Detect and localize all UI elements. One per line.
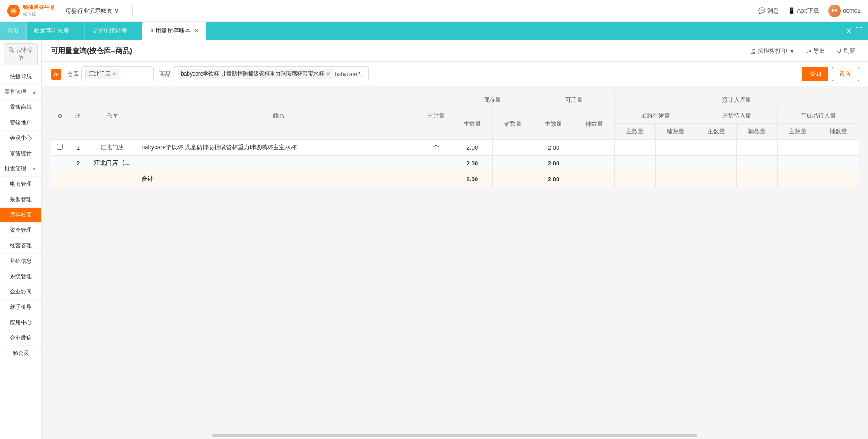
- system-label: 系统管理: [10, 273, 32, 280]
- horizontal-scrollbar-area: [42, 432, 868, 439]
- retail-mgmt-label: 零售管理: [5, 88, 26, 96]
- sidebar-item-wholesale[interactable]: 批发管理 ▼: [0, 161, 41, 177]
- produce-main-label: 主数量: [789, 128, 807, 135]
- industry-selector[interactable]: 母婴行业演示账套 ∨: [61, 5, 133, 17]
- logo-text-area: 畅捷通好生意 标准版: [23, 4, 55, 18]
- user-area[interactable]: Ea demo2: [828, 5, 861, 17]
- produce-group-header: 产成品待入量: [778, 108, 859, 124]
- tab-home-label: 首页: [7, 27, 19, 35]
- purchase-aux-label: 辅数量: [667, 128, 684, 135]
- purchase-aux-header: 辅数量: [656, 124, 696, 140]
- total-produce-aux: [818, 171, 859, 187]
- fullscreen-button[interactable]: ⛶: [855, 27, 863, 35]
- refresh-button[interactable]: ↺ 刷新: [833, 45, 859, 57]
- warehouse-more-btn[interactable]: ...: [121, 71, 126, 77]
- logo-area: 畅捷通好生意 标准版: [7, 4, 55, 18]
- sidebar-item-new-guide[interactable]: 新手引导: [0, 300, 41, 315]
- tab-receive-summary-close[interactable]: ✕: [73, 28, 77, 34]
- tab-home[interactable]: 首页: [0, 22, 27, 40]
- marketing-label: 营销推广: [10, 119, 32, 127]
- sidebar-item-vip[interactable]: 畅会员: [0, 346, 41, 361]
- horizontal-scrollbar-thumb[interactable]: [212, 434, 698, 437]
- vip-label: 畅会员: [13, 349, 29, 357]
- product-tag-1-close[interactable]: ✕: [326, 71, 330, 77]
- sidebar-item-system[interactable]: 系统管理: [0, 269, 41, 284]
- warehouse-tag-close[interactable]: ✕: [112, 71, 116, 77]
- filter-expand-button[interactable]: ≫: [51, 69, 61, 80]
- sidebar-item-retail-mall[interactable]: 零售商城: [0, 100, 41, 115]
- export-icon: ↗: [807, 48, 811, 55]
- export-button[interactable]: ↗ 导出: [803, 45, 829, 57]
- settings-button[interactable]: 设置: [832, 67, 859, 81]
- enterprise-label: 企业协同: [10, 288, 32, 296]
- row2-seq: 2: [69, 156, 87, 171]
- available-main-label: 主数量: [545, 120, 562, 127]
- retail-stats-label: 零售统计: [10, 150, 32, 157]
- current-stock-label: 现存量: [484, 96, 501, 103]
- row2-purchase-aux: [656, 156, 696, 171]
- tab-available-stock[interactable]: 可用量库存账本 ✕: [142, 22, 206, 40]
- tab-receive-summary[interactable]: 收发存汇总表 ✕: [27, 22, 85, 40]
- wholesale-label: 批发管理: [5, 165, 26, 173]
- filter-actions: 查询 设置: [802, 67, 859, 81]
- current-main-header: 主数量: [452, 108, 493, 140]
- refresh-label: 刷新: [844, 47, 855, 55]
- app-download-button[interactable]: 📱 App下载: [788, 7, 819, 15]
- total-incoming-main: [696, 171, 737, 187]
- row1-produce-aux: [818, 140, 859, 156]
- wholesale-chevron: ▼: [32, 166, 37, 171]
- app-name: 畅捷通好生意: [23, 4, 55, 11]
- sidebar-item-app-center[interactable]: 应用中心: [0, 315, 41, 330]
- template-print-button[interactable]: 🖨 按模板打印 ▼: [746, 45, 798, 57]
- warehouse-filter-input[interactable]: 江北门店 ✕ ...: [81, 66, 154, 81]
- app-center-label: 应用中心: [10, 319, 32, 326]
- sidebar-item-basic-info[interactable]: 基础信息: [0, 254, 41, 269]
- row2-current-aux: [493, 156, 533, 171]
- tab-available-stock-close[interactable]: ✕: [194, 28, 198, 34]
- sidebar-item-members[interactable]: 会员中心: [0, 131, 41, 146]
- retail-mgmt-chevron: ▲: [32, 90, 37, 94]
- sidebar-item-purchase[interactable]: 采购管理: [0, 192, 41, 208]
- sidebar-item-enterprise[interactable]: 企业协同: [0, 284, 41, 300]
- tab-receive-summary-label: 收发存汇总表: [34, 27, 69, 35]
- row2-purchase-main: [615, 156, 656, 171]
- sidebar-item-enterprise-wechat[interactable]: 企业微信: [0, 330, 41, 346]
- sidebar-item-marketing[interactable]: 营销推广: [0, 115, 41, 131]
- product-filter-input[interactable]: babycare学饮杯 儿童防摔防撞吸管杯重力球吸嘴杯宝宝水杯 ✕ babyca…: [174, 66, 369, 81]
- sidebar-item-ecommerce[interactable]: 电商管理: [0, 177, 41, 192]
- warehouse-label: 仓库: [106, 112, 118, 119]
- row2-checkbox[interactable]: [51, 156, 69, 171]
- available-aux-label: 辅数量: [585, 120, 603, 127]
- standard-tag: 标准版: [23, 11, 55, 18]
- search-menu-button[interactable]: 🔍 搜索菜单: [4, 43, 38, 65]
- total-label: 合计: [142, 175, 153, 182]
- query-button[interactable]: 查询: [802, 67, 828, 81]
- row1-checkbox[interactable]: [51, 140, 69, 156]
- avatar: Ea: [828, 5, 841, 17]
- purchase-label: 采购管理: [10, 196, 32, 203]
- tab-order-stats[interactable]: 要货单统计表 ✕: [85, 22, 142, 40]
- purchase-in-group-header: 采购在途量: [615, 108, 696, 124]
- top-bar-left: 畅捷通好生意 标准版 母婴行业演示账套 ∨: [7, 4, 133, 18]
- sidebar-item-finance[interactable]: 资金管理: [0, 223, 41, 238]
- message-button[interactable]: 💬 消息: [758, 7, 779, 15]
- tab-order-stats-close[interactable]: ✕: [131, 28, 135, 34]
- current-aux-header: 辅数量: [493, 108, 533, 140]
- settings-col-header[interactable]: ⚙: [51, 92, 69, 140]
- sidebar-item-inventory[interactable]: 库存核算: [0, 208, 41, 223]
- refresh-icon: ↺: [837, 48, 842, 55]
- sidebar-item-retail-stats[interactable]: 零售统计: [0, 146, 41, 161]
- incoming-label: 进货待入量: [722, 112, 751, 119]
- row1-current-aux: [493, 140, 533, 156]
- sidebar-item-shortcut[interactable]: 快捷导航: [0, 69, 41, 85]
- purchase-main-label: 主数量: [626, 128, 644, 135]
- close-tab-button[interactable]: ✕: [846, 27, 852, 35]
- produce-main-header: 主数量: [778, 124, 818, 140]
- sidebar-item-business[interactable]: 经营管理: [0, 238, 41, 254]
- sidebar-item-retail-mgmt[interactable]: 零售管理 ▲: [0, 85, 41, 100]
- sidebar-search-area: 🔍 搜索菜单: [0, 40, 41, 69]
- available-aux-header: 辅数量: [574, 108, 615, 140]
- tab-available-stock-label: 可用量库存账本: [150, 27, 191, 35]
- total-seq-cell: [69, 171, 87, 187]
- members-label: 会员中心: [10, 134, 32, 142]
